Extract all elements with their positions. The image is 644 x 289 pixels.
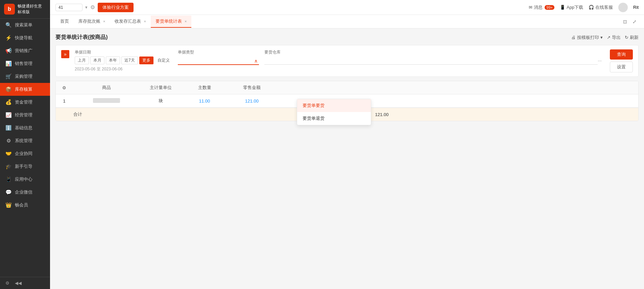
print-dropdown-icon[interactable]: ▾: [600, 35, 603, 40]
sidebar-item-0[interactable]: 🔍搜索菜单: [0, 19, 50, 31]
sidebar-item-9[interactable]: ⚙系统管理: [0, 134, 50, 147]
sidebar-item-3[interactable]: 📊销售管理: [0, 57, 50, 70]
tab-label-3: 要货单统计表: [156, 18, 182, 24]
sidebar-item-11[interactable]: 🎓新手引导: [0, 160, 50, 173]
date-custom-btn[interactable]: 自定义: [155, 57, 172, 64]
sidebar-item-7[interactable]: 📈经营管理: [0, 109, 50, 121]
sidebar-item-icon-12: 📱: [5, 176, 11, 182]
breadcrumb-input[interactable]: [55, 4, 82, 11]
date-this-year-btn[interactable]: 本年: [106, 57, 120, 64]
query-btn[interactable]: 查询: [610, 49, 633, 60]
product-cell-blurred-0: [93, 98, 120, 103]
tabs-actions: ⊡ ⤢: [621, 18, 639, 26]
filter-expand-btn[interactable]: »: [61, 50, 69, 58]
sidebar-item-icon-14: 👑: [5, 202, 11, 208]
settings-btn[interactable]: 设置: [610, 62, 633, 72]
sidebar-item-icon-11: 🎓: [5, 163, 11, 170]
filter-warehouse-label: 要货仓库: [264, 49, 602, 55]
tab-close-1[interactable]: ×: [103, 19, 105, 23]
sidebar-item-2[interactable]: 📢营销推广: [0, 44, 50, 57]
tab-close-2[interactable]: ×: [144, 19, 146, 23]
sidebar-item-5[interactable]: 📦库存核算: [0, 83, 50, 96]
sidebar-item-14[interactable]: 👑畅会员: [0, 199, 50, 212]
tab-label-2: 收发存汇总表: [115, 18, 141, 24]
topbar-right: ✉ 消息 99+ 📱 App下载 🎧 在线客服 Rit: [529, 3, 639, 12]
export-icon: ↗: [607, 35, 611, 40]
topbar-gear-icon[interactable]: ⚙: [90, 4, 95, 10]
sidebar-item-1[interactable]: ⚡快捷导航: [0, 31, 50, 44]
filter-date-label: 单据日期: [75, 49, 172, 55]
sidebar-item-label-8: 基础信息: [15, 125, 32, 131]
sidebar-item-label-5: 库存核算: [15, 86, 32, 92]
th-settings[interactable]: ⚙: [56, 81, 73, 94]
page-title: 要货单统计表(按商品): [55, 34, 108, 41]
sidebar-collapse-btn[interactable]: ◀◀: [15, 281, 22, 286]
filter-type-input[interactable]: [178, 57, 259, 65]
amount-link-0[interactable]: 121.00: [245, 98, 259, 104]
sidebar-item-12[interactable]: 📱应用中心: [0, 173, 50, 186]
th-qty: 主数量: [181, 81, 228, 94]
sidebar-item-label-3: 销售管理: [15, 61, 32, 67]
tab-label-0: 首页: [60, 18, 69, 24]
sidebar-item-label-11: 新手引导: [15, 163, 32, 170]
trial-btn[interactable]: 体验行业方案: [98, 3, 134, 12]
tab-close-3[interactable]: ×: [185, 19, 187, 23]
sidebar-item-10[interactable]: 🤝企业协同: [0, 147, 50, 160]
sidebar-item-label-9: 系统管理: [15, 138, 32, 144]
sidebar-item-label-4: 采购管理: [15, 73, 32, 80]
dropdown-item-0[interactable]: 要货单要货: [297, 99, 371, 112]
date-this-month-btn[interactable]: 本月: [90, 57, 104, 64]
tabs-expand-btn[interactable]: ⊡: [621, 18, 629, 26]
filter-type-arrow-icon[interactable]: ∧: [254, 58, 258, 64]
filter-date-field: 单据日期 上月 本月 本年 近7天 更多 自定义 2023-05-06 至 20…: [75, 49, 172, 72]
filter-fields: 单据日期 上月 本月 本年 近7天 更多 自定义 2023-05-06 至 20…: [75, 49, 602, 72]
refresh-btn[interactable]: ↻ 刷新: [625, 35, 639, 41]
export-btn[interactable]: ↗ 导出: [607, 35, 621, 41]
sidebar-item-13[interactable]: 💬企业微信: [0, 186, 50, 199]
tab-item-0[interactable]: 首页: [55, 16, 74, 28]
service-icon: 🎧: [589, 5, 594, 10]
qty-link-0[interactable]: 11.00: [199, 98, 210, 104]
user-name: Rit: [633, 5, 639, 10]
date-recent7-btn[interactable]: 近7天: [121, 57, 138, 64]
sidebar-item-6[interactable]: 💰资金管理: [0, 96, 50, 109]
th-unit: 主计量单位: [140, 81, 181, 94]
topbar-app-download[interactable]: 📱 App下载: [560, 4, 583, 10]
filter-bar: » 单据日期 上月 本月 本年 近7天 更多 自定义: [55, 45, 639, 77]
sidebar-settings-icon[interactable]: ⚙: [5, 281, 9, 286]
td-product-0: [73, 94, 140, 108]
tab-item-3[interactable]: 要货单统计表×: [151, 16, 191, 28]
tab-label-1: 库存批次账: [78, 18, 100, 24]
topbar-online-service[interactable]: 🎧 在线客服: [589, 4, 613, 10]
user-avatar[interactable]: [618, 3, 628, 12]
sidebar-item-icon-7: 📈: [5, 112, 11, 118]
print-btn[interactable]: 🖨 按模板打印 ▾: [571, 35, 603, 41]
sidebar-item-label-14: 畅会员: [15, 202, 28, 208]
dropdown-item-1[interactable]: 要货单退货: [297, 112, 371, 125]
topbar-dropdown-icon[interactable]: ▾: [85, 5, 88, 10]
sidebar-item-icon-2: 📢: [5, 48, 11, 54]
sidebar-item-label-10: 企业协同: [15, 151, 32, 157]
logo-text: 畅捷通好生意 标准版: [18, 3, 42, 15]
tab-item-2[interactable]: 收发存汇总表×: [110, 16, 150, 28]
page-header: 要货单统计表(按商品) 🖨 按模板打印 ▾ ↗ 导出 ↻ 刷新: [55, 34, 639, 41]
filter-warehouse-input[interactable]: [264, 57, 598, 65]
main-container: ▾ ⚙ 体验行业方案 ✉ 消息 99+ 📱 App下载 🎧 在线客服 Rit 首…: [50, 0, 644, 289]
sidebar-item-label-2: 营销推广: [15, 48, 32, 54]
date-more-btn[interactable]: 更多: [139, 57, 153, 64]
tabs-fullscreen-btn[interactable]: ⤢: [630, 18, 639, 26]
sidebar-item-8[interactable]: ℹ️基础信息: [0, 121, 50, 134]
page-content: 要货单统计表(按商品) 🖨 按模板打印 ▾ ↗ 导出 ↻ 刷新 »: [50, 28, 644, 289]
filter-more-icon[interactable]: ···: [598, 58, 602, 63]
sidebar-item-4[interactable]: 🛒采购管理: [0, 70, 50, 83]
topbar-message[interactable]: ✉ 消息 99+: [529, 4, 554, 10]
td-index-0: 1: [56, 94, 73, 108]
sidebar-item-icon-0: 🔍: [5, 22, 11, 28]
sidebar-item-icon-8: ℹ️: [5, 125, 11, 131]
message-icon: ✉: [529, 5, 532, 10]
sidebar-item-icon-1: ⚡: [5, 35, 11, 41]
logo-icon: b: [4, 4, 15, 15]
tab-item-1[interactable]: 库存批次账×: [74, 16, 110, 28]
date-last-month-btn[interactable]: 上月: [75, 57, 89, 64]
sidebar-item-icon-3: 📊: [5, 61, 11, 67]
